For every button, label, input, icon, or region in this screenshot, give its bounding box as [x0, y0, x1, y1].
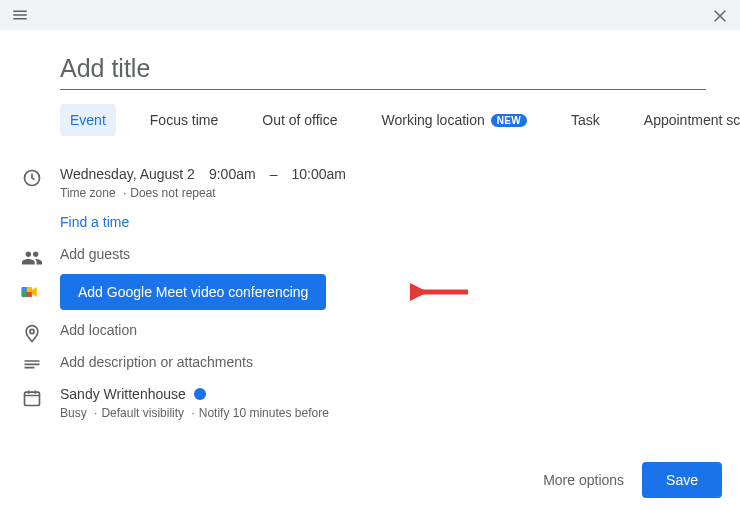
annotation-arrow: [410, 281, 470, 303]
location-pin-icon: [20, 322, 44, 346]
clock-icon: [20, 166, 44, 190]
tab-label: Out of office: [262, 112, 337, 128]
organizer-name[interactable]: Sandy Writtenhouse: [60, 386, 186, 402]
tab-event[interactable]: Event: [60, 104, 116, 136]
svg-rect-4: [27, 287, 32, 292]
save-button[interactable]: Save: [642, 462, 722, 498]
people-icon: [20, 246, 44, 270]
add-description-field[interactable]: Add description or attachments: [60, 354, 706, 370]
tab-working-location[interactable]: Working location NEW: [372, 104, 537, 136]
svg-point-7: [30, 329, 34, 333]
tab-label: Event: [70, 112, 106, 128]
event-title-input[interactable]: [60, 50, 706, 90]
tab-out-of-office[interactable]: Out of office: [252, 104, 347, 136]
tab-label: Working location: [382, 112, 485, 128]
event-end-time[interactable]: 10:00am: [291, 166, 345, 182]
calendar-icon: [20, 386, 44, 410]
notification-label[interactable]: Notify 10 minutes before: [187, 406, 328, 420]
google-meet-icon: [20, 282, 40, 302]
visibility-label[interactable]: Default visibility: [90, 406, 184, 420]
more-options-link[interactable]: More options: [543, 472, 624, 488]
tab-label: Task: [571, 112, 600, 128]
event-start-time[interactable]: 9:00am: [209, 166, 256, 182]
svg-rect-8: [25, 392, 40, 405]
availability-label[interactable]: Busy: [60, 406, 87, 420]
tab-appointment-schedule[interactable]: Appointment schedule: [634, 104, 740, 136]
topbar: [0, 0, 740, 30]
event-date[interactable]: Wednesday, August 2: [60, 166, 195, 182]
event-type-tabs: Event Focus time Out of office Working l…: [60, 104, 706, 136]
new-badge: NEW: [491, 114, 527, 127]
find-a-time-link[interactable]: Find a time: [60, 214, 129, 230]
hamburger-menu-icon[interactable]: [8, 3, 32, 27]
svg-rect-2: [22, 287, 27, 292]
time-separator: –: [270, 166, 278, 182]
add-guests-field[interactable]: Add guests: [60, 246, 706, 262]
add-google-meet-button[interactable]: Add Google Meet video conferencing: [60, 274, 326, 310]
add-location-field[interactable]: Add location: [60, 322, 706, 338]
tab-label: Focus time: [150, 112, 218, 128]
svg-rect-5: [27, 292, 32, 297]
svg-rect-3: [22, 292, 27, 297]
footer-actions: More options Save: [543, 462, 722, 498]
calendar-color-dot[interactable]: [194, 388, 206, 400]
tab-task[interactable]: Task: [561, 104, 610, 136]
tab-label: Appointment schedule: [644, 112, 740, 128]
timezone-link[interactable]: Time zone: [60, 186, 116, 200]
tab-focus-time[interactable]: Focus time: [140, 104, 228, 136]
description-icon: [20, 354, 44, 378]
repeat-link[interactable]: Does not repeat: [119, 186, 216, 200]
close-icon[interactable]: [708, 3, 732, 27]
